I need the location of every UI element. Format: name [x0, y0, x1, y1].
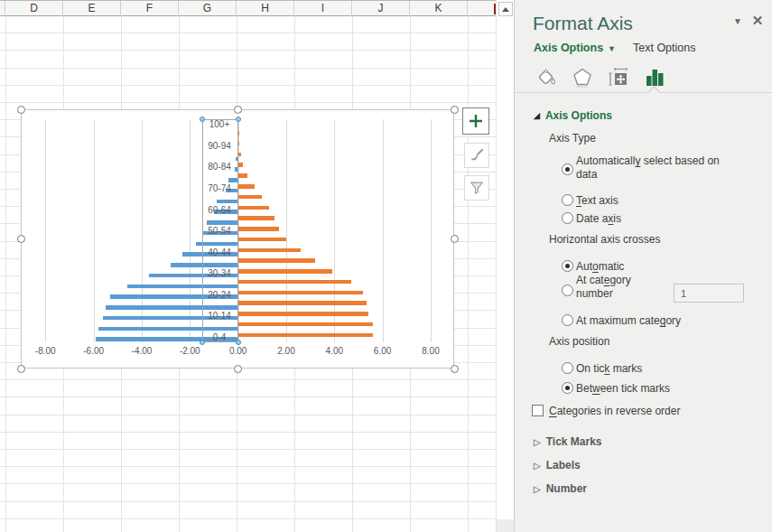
bar-series-orange[interactable] [238, 153, 242, 157]
bar-series-orange[interactable] [238, 258, 315, 263]
bar-series-orange[interactable] [238, 248, 301, 253]
axis-position-label: Axis position [549, 335, 609, 348]
chart-selection-handle[interactable] [451, 106, 459, 114]
size-properties-icon[interactable] [604, 63, 633, 92]
excel-window: DEFGHIJK -8.00-6.00-4.00-2.000.002.004.0… [0, 0, 772, 532]
scroll-up-button[interactable] [498, 2, 513, 16]
category-axis-label: 100+ [200, 119, 239, 129]
chart-selection-handle[interactable] [451, 235, 459, 243]
axis-selection-handle[interactable] [236, 340, 241, 345]
radio-on-tick-marks[interactable] [562, 362, 573, 374]
tab-text-options[interactable]: Text Options [633, 42, 695, 54]
category-number-input[interactable] [674, 284, 744, 303]
format-axis-pane: Format Axis ▼ ✕ Axis Options▼ Text Optio… [514, 0, 772, 532]
vertical-scrollbar[interactable] [496, 0, 514, 532]
bar-series-orange[interactable] [238, 269, 332, 274]
column-header-K[interactable]: K [410, 1, 468, 16]
bar-series-orange[interactable] [238, 280, 351, 285]
effects-icon[interactable] [568, 63, 597, 92]
value-axis-label: 6.00 [365, 346, 401, 356]
checkbox-categories-reverse[interactable] [532, 405, 544, 416]
radio-auto-select[interactable] [562, 163, 573, 175]
value-axis-label: 0.00 [220, 346, 256, 356]
value-axis-label: 2.00 [268, 346, 304, 356]
value-axis-label: 4.00 [316, 346, 352, 356]
category-axis-label: 70-74 [200, 183, 239, 193]
radio-at-category-number-label: At category number [576, 274, 662, 301]
chart-selection-handle[interactable] [17, 235, 25, 243]
pane-title: Format Axis [533, 13, 633, 34]
value-axis-label: -2.00 [172, 346, 208, 356]
section-tick-marks[interactable]: ▷Tick Marks [534, 435, 602, 448]
population-pyramid-chart[interactable]: -8.00-6.00-4.00-2.000.002.004.006.008.00… [21, 109, 454, 369]
category-axis-label: 80-84 [200, 162, 239, 172]
bar-series-orange[interactable] [238, 184, 256, 189]
collapsed-triangle-icon[interactable]: ▷ [534, 461, 541, 471]
chart-filters-button[interactable] [464, 175, 489, 201]
category-axis-label: 40-44 [200, 247, 239, 257]
section-axis-options[interactable]: ◢Axis Options [534, 109, 612, 122]
chart-selection-handle[interactable] [234, 365, 242, 373]
pentagon-icon [571, 66, 594, 89]
divider [515, 92, 772, 93]
column-header-D[interactable]: D [5, 1, 63, 16]
bar-series-orange[interactable] [238, 173, 248, 178]
category-axis-label: 50-54 [200, 226, 239, 236]
category-axis-label: 10-14 [200, 311, 239, 321]
horizontal-axis-crosses-label: Horizontal axis crosses [549, 233, 660, 246]
chart-elements-button[interactable] [462, 107, 489, 135]
radio-between-tick-marks[interactable] [562, 382, 573, 394]
radio-date-axis-label: Date axis [576, 212, 621, 226]
radio-automatic-label: Automatic [576, 260, 624, 274]
column-header-H[interactable]: H [237, 1, 294, 16]
axis-selection-handle[interactable] [200, 117, 205, 122]
column-header-J[interactable]: J [352, 1, 410, 16]
bar-series-orange[interactable] [238, 238, 286, 242]
bar-series-orange[interactable] [238, 312, 368, 316]
chart-selection-handle[interactable] [234, 106, 242, 114]
expanded-triangle-icon[interactable]: ◢ [534, 111, 540, 120]
bar-series-orange[interactable] [238, 195, 263, 200]
chart-gridline [286, 119, 287, 342]
scroll-up-icon [502, 7, 509, 12]
column-header-I[interactable]: I [294, 1, 352, 16]
scrollbar-bottom-area[interactable] [497, 519, 515, 532]
bar-series-orange[interactable] [238, 131, 239, 135]
bar-series-orange[interactable] [238, 206, 270, 210]
collapse-caret-icon[interactable]: ▼ [730, 16, 746, 31]
radio-at-category-number[interactable] [562, 285, 573, 296]
column-header-E[interactable]: E [63, 1, 121, 16]
section-number[interactable]: ▷Number [534, 482, 587, 495]
category-axis-label: 60-64 [200, 205, 239, 215]
chart-selection-handle[interactable] [17, 106, 25, 114]
axis-selection-handle[interactable] [200, 340, 205, 345]
bar-series-orange[interactable] [238, 301, 367, 305]
radio-automatic[interactable] [562, 260, 573, 272]
column-header-G[interactable]: G [179, 1, 237, 16]
chart-gridline [334, 119, 335, 342]
section-labels[interactable]: ▷Labels [534, 459, 581, 471]
tab-axis-options[interactable]: Axis Options▼ [534, 42, 616, 54]
chart-styles-button[interactable] [464, 143, 489, 168]
value-axis-label: -8.00 [27, 346, 63, 356]
radio-text-axis[interactable] [562, 194, 573, 206]
collapsed-triangle-icon[interactable]: ▷ [534, 437, 541, 447]
axis-type-label: Axis Type [549, 132, 596, 145]
bar-series-orange[interactable] [238, 322, 373, 327]
bar-series-orange[interactable] [238, 227, 279, 231]
radio-at-maximum-category-label: At maximum category [576, 314, 681, 328]
radio-date-axis[interactable] [562, 212, 573, 224]
collapsed-triangle-icon[interactable]: ▷ [534, 484, 541, 494]
bar-series-orange[interactable] [238, 333, 373, 338]
column-header-F[interactable]: F [121, 1, 179, 16]
category-axis-label: 20-24 [200, 290, 239, 300]
chevron-down-icon[interactable]: ▼ [608, 44, 616, 53]
radio-at-maximum-category[interactable] [562, 314, 573, 326]
chart-selection-handle[interactable] [451, 365, 459, 373]
fill-line-icon[interactable] [532, 63, 561, 92]
close-icon[interactable]: ✕ [749, 13, 766, 29]
bar-series-orange[interactable] [238, 291, 364, 295]
axis-selection-handle[interactable] [236, 117, 241, 122]
chart-selection-handle[interactable] [17, 365, 25, 373]
bar-series-orange[interactable] [238, 216, 274, 220]
